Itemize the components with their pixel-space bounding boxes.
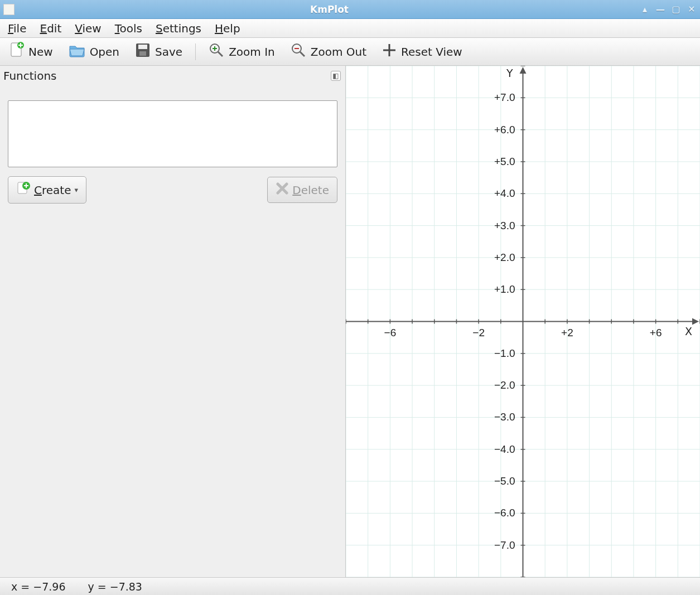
svg-text:−6.0: −6.0 <box>494 507 515 519</box>
functions-panel: Functions ◧ Create ▾ <box>0 66 346 577</box>
delete-button-label: Delete <box>292 183 329 197</box>
svg-text:+6: +6 <box>650 327 662 338</box>
window-close-icon[interactable]: ✕ <box>687 4 697 14</box>
toolbar-zoom-in-label: Zoom In <box>229 45 275 59</box>
svg-rect-4 <box>139 51 146 56</box>
toolbar-save-button[interactable]: Save <box>130 40 187 64</box>
functions-panel-header: Functions ◧ <box>0 66 345 85</box>
svg-text:−6: −6 <box>384 327 397 338</box>
svg-marker-46 <box>520 67 527 74</box>
new-file-icon <box>9 42 24 61</box>
functions-panel-buttons: Create ▾ Delete <box>0 173 345 207</box>
svg-text:+7.0: +7.0 <box>494 91 515 103</box>
window-title: KmPlot <box>19 4 640 15</box>
svg-text:+2: +2 <box>561 327 573 338</box>
delete-x-icon <box>276 182 289 198</box>
toolbar-separator <box>195 43 196 60</box>
zoom-out-icon <box>291 42 306 61</box>
svg-text:−2.0: −2.0 <box>494 379 515 391</box>
svg-text:−1.0: −1.0 <box>494 347 515 359</box>
window-keepabove-icon[interactable]: ▴ <box>640 4 650 14</box>
window-maximize-icon[interactable]: ▢ <box>671 4 681 14</box>
plot-area[interactable]: −6−2+2+6−7.0−6.0−5.0−4.0−3.0−2.0−1.0+1.0… <box>346 66 700 577</box>
main-content: Functions ◧ Create ▾ <box>0 66 700 577</box>
panel-undock-icon[interactable]: ◧ <box>331 71 341 81</box>
status-y: y = −7.83 <box>88 581 142 593</box>
functions-panel-title: Functions <box>3 69 57 83</box>
status-x: x = −7.96 <box>11 581 65 593</box>
menu-tools[interactable]: Tools <box>115 22 142 35</box>
svg-text:−3.0: −3.0 <box>494 411 515 423</box>
toolbar-zoom-in-button[interactable]: Zoom In <box>204 40 280 64</box>
create-button[interactable]: Create ▾ <box>8 176 86 204</box>
toolbar-new-label: New <box>28 45 53 59</box>
toolbar-open-label: Open <box>90 45 119 59</box>
menubar: File Edit View Tools Settings Help <box>0 19 700 38</box>
chevron-down-icon: ▾ <box>74 186 78 194</box>
create-button-label: Create <box>34 183 71 197</box>
svg-text:+1.0: +1.0 <box>494 283 515 295</box>
reset-view-icon <box>382 43 397 60</box>
toolbar: New Open Save Zoom In <box>0 38 700 66</box>
svg-text:−2: −2 <box>472 327 485 338</box>
svg-text:+2.0: +2.0 <box>494 251 515 263</box>
svg-text:+5.0: +5.0 <box>494 156 515 167</box>
svg-marker-45 <box>692 318 699 325</box>
window-minimize-icon[interactable]: — <box>655 4 665 14</box>
menu-edit[interactable]: Edit <box>40 22 61 35</box>
svg-text:+3.0: +3.0 <box>494 220 515 231</box>
zoom-in-icon <box>209 42 224 61</box>
functions-list[interactable] <box>8 100 337 167</box>
window-titlebar: KmPlot ▴ — ▢ ✕ <box>0 0 700 19</box>
menu-file[interactable]: File <box>8 22 26 35</box>
save-floppy-icon <box>135 42 151 61</box>
svg-text:−7.0: −7.0 <box>494 539 515 551</box>
toolbar-save-label: Save <box>155 45 182 59</box>
open-folder-icon <box>69 42 85 61</box>
svg-text:X: X <box>685 325 692 337</box>
toolbar-new-button[interactable]: New <box>4 39 58 64</box>
svg-text:+6.0: +6.0 <box>494 124 515 136</box>
menu-view[interactable]: View <box>75 22 101 35</box>
app-icon <box>3 4 15 15</box>
svg-text:+4.0: +4.0 <box>494 187 515 199</box>
menu-settings[interactable]: Settings <box>156 22 201 35</box>
toolbar-reset-view-button[interactable]: Reset View <box>377 40 467 63</box>
toolbar-zoom-out-label: Zoom Out <box>311 45 366 59</box>
statusbar: x = −7.96 y = −7.83 <box>0 577 700 595</box>
delete-button: Delete <box>267 177 337 203</box>
window-controls: ▴ — ▢ ✕ <box>640 4 697 14</box>
add-icon <box>16 181 31 199</box>
svg-text:−4.0: −4.0 <box>494 443 515 455</box>
svg-text:−5.0: −5.0 <box>494 475 515 487</box>
toolbar-open-button[interactable]: Open <box>64 40 124 64</box>
svg-text:Y: Y <box>506 67 513 79</box>
toolbar-reset-view-label: Reset View <box>401 45 462 59</box>
toolbar-zoom-out-button[interactable]: Zoom Out <box>286 40 371 64</box>
menu-help[interactable]: Help <box>215 22 240 35</box>
svg-rect-3 <box>138 45 147 49</box>
